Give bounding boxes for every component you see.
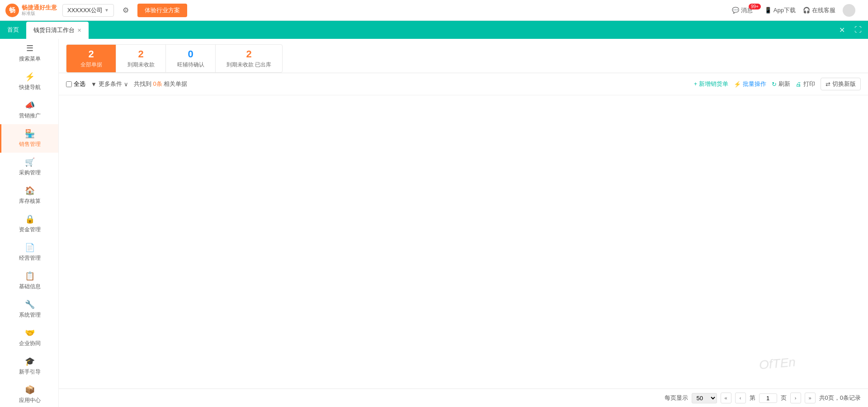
logo-main-text: 畅捷通好生意 [22,4,57,11]
found-prefix: 共找到 [134,80,151,87]
expand-icon[interactable]: ⛶ [852,23,864,36]
guide-icon: 🎓 [25,356,35,366]
new-sale-button[interactable]: + 新增销货单 [694,80,728,88]
stat-label-pending: 旺辅待确认 [177,61,204,69]
found-suffix: 相关单据 [164,80,187,87]
select-all-checkbox[interactable]: 全选 [66,80,85,88]
operation-icon: 📄 [25,243,35,253]
sidebar-item-sales[interactable]: 🏪 销售管理 [0,124,58,153]
sidebar-label-enterprise: 企业协同 [19,340,41,347]
sidebar-item-search[interactable]: ☰ 搜索菜单 [0,39,58,67]
checkbox-input[interactable] [66,81,72,87]
tab-close-icon[interactable]: ✕ [77,28,81,33]
stat-tab-all[interactable]: 2 全部单据 [66,45,116,72]
app-label: App下载 [774,6,796,14]
stat-num-overdue: 2 [127,48,155,60]
sidebar-item-guide[interactable]: 🎓 新手引导 [0,352,58,380]
sidebar-item-quick-nav[interactable]: ⚡ 快捷导航 [0,67,58,96]
company-selector[interactable]: XXXXXX公司 ▼ [62,4,114,17]
sidebar-label-capital: 资金管理 [19,226,41,234]
select-all-label: 全选 [74,80,85,88]
page-last-button[interactable]: » [805,393,816,403]
sidebar-label-inventory: 库存核算 [19,197,41,205]
marketing-icon: 📣 [25,100,35,110]
app-center-icon: 📦 [25,385,35,395]
settings-icon[interactable]: ⚙ [119,4,132,17]
sidebar-item-purchase[interactable]: 🛒 采购管理 [0,153,58,181]
capital-icon: 🔒 [25,214,35,224]
search-menu-icon: ☰ [26,43,33,53]
stat-num-pending: 0 [177,48,204,60]
company-name: XXXXXX公司 [67,6,103,14]
inventory-icon: 🏠 [25,186,35,196]
found-text: 共找到 0条 相关单据 [134,80,187,88]
logo-text: 畅捷通好生意 标准版 [22,4,57,17]
switch-label: 切换新版 [832,80,856,88]
sales-icon: 🏪 [25,129,35,139]
batch-operation-button[interactable]: ⚡ 批量操作 [734,80,766,88]
filter-label: 更多条件 [99,80,122,88]
toolbar-left: 全选 ▼ 更多条件 ∨ 共找到 0条 相关单据 [66,80,187,88]
app-icon: 📱 [764,7,772,14]
refresh-button[interactable]: ↻ 刷新 [772,80,790,88]
filter-button[interactable]: ▼ 更多条件 ∨ [91,80,128,88]
table-area [59,95,868,388]
stats-tabs-inner: 2 全部单据 2 到期未收款 0 旺辅待确认 2 到期未收款 已出库 [66,44,283,73]
sidebar-label-base-info: 基础信息 [19,283,41,290]
page-label: 第 [750,394,755,402]
page-suffix: 页 [781,394,787,402]
stat-tab-overdue-out[interactable]: 2 到期未收款 已出库 [216,45,282,72]
stat-tab-pending[interactable]: 0 旺辅待确认 [166,45,216,72]
stats-tabs: 2 全部单据 2 到期未收款 0 旺辅待确认 2 到期未收款 已出库 [59,39,868,73]
pagination-bar: 每页显示 50 100 200 « ‹ 第 页 › » 共0页，0条记录 [59,388,868,407]
tab-home[interactable]: 首页 [0,21,26,39]
sidebar-item-enterprise[interactable]: 🤝 企业协同 [0,323,58,352]
total-text: 共0页，0条记录 [819,394,861,402]
page-input[interactable] [759,393,777,403]
refresh-icon: ↻ [772,81,777,88]
per-page-label: 每页显示 [665,394,688,402]
service-label: 在线客服 [812,6,835,14]
avatar[interactable] [843,4,855,17]
batch-icon: ⚡ [734,81,741,88]
found-count: 0条 [153,80,162,87]
sidebar-item-app-center[interactable]: 📦 应用中心 [0,380,58,407]
print-button[interactable]: 🖨 打印 [796,80,815,88]
header-left: 畅 畅捷通好生意 标准版 XXXXXX公司 ▼ ⚙ 体验行业方案 [5,4,187,17]
top-header: 畅 畅捷通好生意 标准版 XXXXXX公司 ▼ ⚙ 体验行业方案 💬 消息 99… [0,0,868,21]
stat-tab-overdue-unpaid[interactable]: 2 到期未收款 [116,45,166,72]
toolbar-right: + 新增销货单 ⚡ 批量操作 ↻ 刷新 🖨 打印 ⇄ 切换新版 [694,78,861,90]
sidebar-label-purchase: 采购管理 [19,169,41,177]
stat-label-overdue-out: 到期未收款 已出库 [226,61,271,69]
sidebar-item-operation[interactable]: 📄 经营管理 [0,238,58,267]
sidebar-item-inventory[interactable]: 🏠 库存核算 [0,181,58,210]
online-service-action[interactable]: 🎧 在线客服 [803,6,835,14]
tab-bar-actions: ✕ ⛶ [835,23,868,36]
quick-nav-icon: ⚡ [25,72,35,82]
chevron-down-icon: ▼ [104,8,109,13]
print-label: 打印 [803,80,815,88]
stat-num-all: 2 [77,48,105,60]
purchase-icon: 🛒 [25,157,35,167]
tab-workbench-label: 钱货日清工作台 [33,26,75,34]
trial-button[interactable]: 体验行业方案 [137,4,187,17]
close-window-icon[interactable]: ✕ [835,23,848,36]
sidebar-label-sales: 销售管理 [19,140,41,148]
sidebar-item-capital[interactable]: 🔒 资金管理 [0,210,58,238]
per-page-select[interactable]: 50 100 200 [692,393,717,403]
tab-workbench[interactable]: 钱货日清工作台 ✕ [26,22,89,39]
enterprise-icon: 🤝 [25,328,35,338]
sidebar-item-system[interactable]: 🔧 系统管理 [0,295,58,323]
page-next-button[interactable]: › [790,393,801,403]
refresh-label: 刷新 [778,80,790,88]
sidebar-item-marketing[interactable]: 📣 营销推广 [0,96,58,124]
tab-bar: 首页 钱货日清工作台 ✕ ✕ ⛶ [0,21,868,39]
app-download-action[interactable]: 📱 App下载 [764,6,796,14]
switch-version-button[interactable]: ⇄ 切换新版 [821,78,861,90]
sidebar-item-base-info[interactable]: 📋 基础信息 [0,267,58,295]
message-action[interactable]: 💬 消息 99+ [732,6,757,14]
page-prev-button[interactable]: ‹ [735,393,746,403]
main-layout: ☰ 搜索菜单 ⚡ 快捷导航 📣 营销推广 🏪 销售管理 🛒 采购管理 🏠 库存核… [0,39,868,407]
page-first-button[interactable]: « [721,393,731,403]
tab-home-label: 首页 [7,26,19,34]
